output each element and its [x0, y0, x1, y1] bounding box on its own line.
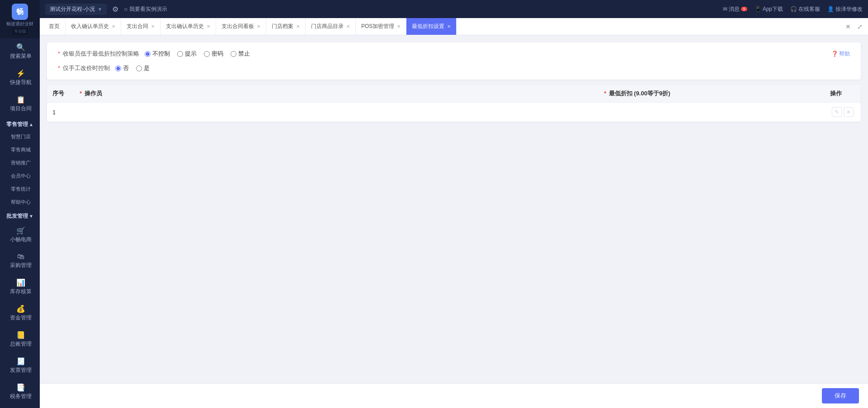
radio-yes[interactable]: 是: [136, 64, 150, 72]
sidebar-item-project[interactable]: 📋 项目合同: [0, 91, 40, 117]
sidebar-item-label: 快捷导航: [10, 79, 32, 86]
radio-no-input[interactable]: [115, 66, 121, 71]
sidebar-item-label: 总账管理: [10, 340, 32, 348]
tab-close-icon[interactable]: ✕: [397, 24, 401, 29]
radio-no-control[interactable]: 不控制: [145, 50, 170, 58]
close-tab-icon[interactable]: ✕: [844, 21, 853, 32]
radio-password[interactable]: 密码: [204, 50, 223, 58]
sidebar-item-help-center[interactable]: 帮助中心: [0, 196, 40, 209]
help-link[interactable]: ❓ 帮助: [831, 50, 850, 58]
col-header-discount: * 最低折扣 (9.00等于9折): [599, 85, 825, 103]
tab-income-confirm[interactable]: 收入确认单历史 ✕: [66, 18, 121, 35]
sidebar-item-label: 会员中心: [11, 173, 31, 179]
tab-close-icon[interactable]: ✕: [151, 24, 155, 29]
expand-tab-icon[interactable]: ⤢: [855, 21, 864, 32]
radio-no[interactable]: 否: [115, 64, 129, 72]
lightning-icon: ⚡: [16, 69, 25, 78]
edit-row-button[interactable]: ✎: [832, 107, 842, 117]
table-scroll-area: 序号 * 操作员 * 最低折扣 (9.00等于9折) 操作: [47, 85, 861, 122]
tab-close-icon[interactable]: ✕: [296, 24, 300, 29]
headset-icon: 🎧: [790, 6, 797, 12]
sidebar-item-label: 帮助中心: [11, 199, 31, 206]
ledger-icon: 📒: [16, 331, 25, 339]
sidebar-item-capital-mgmt[interactable]: 💰 资金管理: [0, 300, 40, 326]
sidebar-item-label: 发票管理: [10, 366, 32, 374]
sidebar-item-quick-nav[interactable]: ⚡ 快捷导航: [0, 65, 40, 91]
topbar-settings-icon[interactable]: ⚙: [112, 5, 118, 14]
topbar: 测试分开花程-小况 ▼ ⚙ ○ 我要看实例演示 ✉ 消息 9 📱 App下载 🎧…: [40, 0, 868, 18]
main-area: 测试分开花程-小况 ▼ ⚙ ○ 我要看实例演示 ✉ 消息 9 📱 App下载 🎧…: [40, 0, 868, 408]
content-area: * 收银员低于最低折扣控制策略 不控制 提示 密码: [40, 35, 868, 383]
online-service-button[interactable]: 🎧 在线客服: [790, 5, 820, 13]
sidebar-item-inventory[interactable]: 📊 库存核算: [0, 274, 40, 300]
tab-close-icon[interactable]: ✕: [346, 24, 350, 29]
tabbar: 首页 收入确认单历史 ✕ 支出合同 ✕ 支出确认单历史 ✕ 支出合同看板 ✕ 门…: [40, 18, 868, 35]
sidebar-item-retail-mgmt[interactable]: 零售管理 ▲: [0, 117, 40, 130]
tab-store-catalog[interactable]: 门店商品目录 ✕: [306, 18, 356, 35]
delete-row-button[interactable]: ✕: [844, 107, 854, 117]
tab-label: 支出确认单历史: [166, 23, 204, 30]
radio-yes-input[interactable]: [136, 66, 142, 71]
demo-link[interactable]: ○ 我要看实例演示: [124, 5, 167, 13]
sidebar-item-marketing[interactable]: 营销推广: [0, 156, 40, 169]
sidebar-logo[interactable]: 畅 畅捷通好业财 专业版: [0, 0, 40, 38]
notifications-button[interactable]: ✉ 消息 9: [723, 5, 747, 13]
sidebar-item-search[interactable]: 🔍 搜索菜单: [0, 38, 40, 65]
tab-close-icon[interactable]: ✕: [257, 24, 260, 29]
radio-no-label: 否: [123, 64, 129, 72]
radio-remind-input[interactable]: [177, 51, 183, 57]
required-mark: *: [58, 50, 60, 57]
radio-yes-label: 是: [144, 64, 150, 72]
radio-password-input[interactable]: [204, 51, 210, 57]
search-icon: 🔍: [16, 43, 25, 52]
tab-close-icon[interactable]: ✕: [207, 24, 210, 29]
chevron-down-icon: ▼: [29, 214, 33, 219]
radio-remind[interactable]: 提示: [177, 50, 197, 58]
radio-forbid[interactable]: 禁止: [231, 50, 250, 58]
username-label: 徐泽华修改: [835, 5, 863, 13]
demo-circle-icon: ○: [124, 5, 127, 13]
app-download-button[interactable]: 📱 App下载: [755, 5, 783, 13]
tab-purchase-contract[interactable]: 支出合同 ✕: [121, 18, 160, 35]
tab-label: 最低折扣设置: [412, 23, 444, 30]
cell-action: ✎ ✕: [825, 103, 861, 122]
sidebar-item-retail-mall[interactable]: 零售商城: [0, 143, 40, 156]
radio-forbid-input[interactable]: [231, 51, 236, 57]
chart-icon: 📊: [16, 278, 25, 287]
manual-control-options: 否 是: [115, 64, 150, 72]
clipboard-icon: 📋: [16, 95, 25, 104]
save-button[interactable]: 保存: [822, 388, 859, 403]
app-logo-text: 畅捷通好业财: [6, 21, 33, 27]
notifications-label: 消息: [729, 5, 740, 13]
discount-table: 序号 * 操作员 * 最低折扣 (9.00等于9折) 操作: [47, 85, 861, 122]
project-selector[interactable]: 测试分开花程-小况 ▼: [45, 4, 107, 15]
tab-home[interactable]: 首页: [43, 18, 66, 35]
radio-no-control-label: 不控制: [152, 50, 170, 58]
radio-forbid-label: 禁止: [238, 50, 250, 58]
sidebar-item-invoice-mgmt[interactable]: 🧾 发票管理: [0, 352, 40, 379]
sidebar-item-member-center[interactable]: 会员中心: [0, 169, 40, 183]
sidebar-item-ecommerce[interactable]: 🛒 小畅电商: [0, 222, 40, 248]
sidebar-item-label: 智慧门店: [11, 133, 31, 140]
sidebar-item-label: 营销推广: [11, 159, 31, 166]
sidebar-item-label: 税务管理: [10, 393, 32, 400]
tab-close-icon[interactable]: ✕: [112, 24, 115, 29]
tab-purchase-confirm[interactable]: 支出确认单历史 ✕: [160, 18, 216, 35]
tab-store-file[interactable]: 门店档案 ✕: [266, 18, 306, 35]
tab-close-icon[interactable]: ✕: [447, 24, 451, 29]
help-text: 帮助: [839, 50, 850, 58]
sidebar-item-purchase-mgmt[interactable]: 🛍 采购管理: [0, 248, 40, 274]
tab-min-discount[interactable]: 最低折扣设置 ✕: [406, 18, 457, 35]
radio-no-control-input[interactable]: [145, 51, 151, 57]
sidebar-item-retail-stats[interactable]: 零售统计: [0, 183, 40, 196]
table-header-row: 序号 * 操作员 * 最低折扣 (9.00等于9折) 操作: [47, 85, 861, 103]
sidebar-item-tax-mgmt[interactable]: 📑 税务管理: [0, 379, 40, 405]
user-profile-button[interactable]: 👤 徐泽华修改: [827, 5, 863, 13]
tab-purchase-board[interactable]: 支出合同看板 ✕: [216, 18, 266, 35]
tab-pos-password[interactable]: POS加密管理 ✕: [356, 18, 406, 35]
sidebar-item-account-mgmt[interactable]: 📒 总账管理: [0, 326, 40, 352]
chevron-up-icon: ▲: [29, 122, 33, 127]
sidebar-item-batch-mgmt[interactable]: 批发管理 ▼: [0, 209, 40, 222]
sidebar-item-smart-store[interactable]: 智慧门店: [0, 130, 40, 143]
sidebar-item-fixed-assets[interactable]: 🏢 固定资产: [0, 405, 40, 408]
